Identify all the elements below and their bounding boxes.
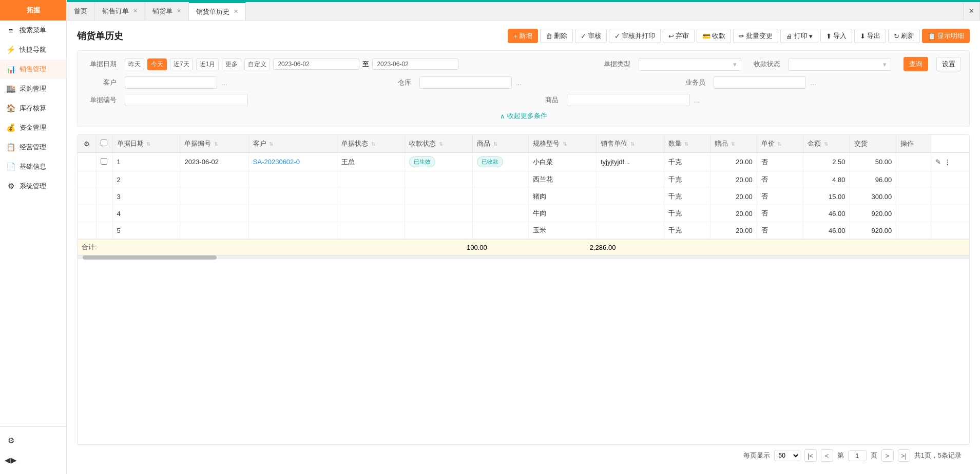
sidebar-item-sales-mgmt[interactable]: 📊 销售管理 xyxy=(0,60,66,79)
collect-status-select[interactable]: ▾ xyxy=(789,58,891,71)
batch-change-button[interactable]: ✏ 批量变更 xyxy=(733,29,778,43)
doc-type-select[interactable]: ▾ xyxy=(639,58,741,71)
tab-window-close[interactable]: ✕ xyxy=(963,2,980,20)
tab-sales-history[interactable]: 销货单历史 ✕ xyxy=(189,2,246,20)
page-first-btn[interactable]: |< xyxy=(804,449,817,462)
date-btn-1month[interactable]: 近1月 xyxy=(196,58,219,70)
doc-no-input[interactable] xyxy=(125,94,248,106)
sidebar-item-basic-info[interactable]: 📄 基础信息 xyxy=(0,157,66,176)
col-checkbox-header xyxy=(96,135,112,153)
more-icon[interactable]: ⋮ xyxy=(944,158,951,166)
cell-spec-type: tyjyjtyjdf... xyxy=(596,153,664,171)
sidebar-item-ops-mgmt[interactable]: 📋 经营管理 xyxy=(0,137,66,157)
col-amount[interactable]: 金额 ⇅ xyxy=(803,135,850,153)
export-button[interactable]: ⬇ 导出 xyxy=(854,29,886,43)
tab-sales-order-close[interactable]: ✕ xyxy=(133,8,138,14)
doc-no-link[interactable]: SA-20230602-0 xyxy=(253,158,300,166)
col-gear[interactable]: ⚙ xyxy=(78,135,96,153)
date-to-input[interactable] xyxy=(372,58,458,70)
date-btn-more[interactable]: 更多 xyxy=(222,58,241,70)
import-button[interactable]: ⬆ 导入 xyxy=(820,29,852,43)
date-btn-7days[interactable]: 近7天 xyxy=(170,58,193,70)
goods-label: 商品 xyxy=(528,95,559,105)
table-row: 2 西兰花 千克 20.00 否 4.80 96.00 xyxy=(78,171,969,188)
page-next-btn[interactable]: > xyxy=(881,449,894,462)
col-goods[interactable]: 商品 ⇅ xyxy=(473,135,529,153)
edit-icon[interactable]: ✎ xyxy=(935,158,941,166)
cell-checkbox xyxy=(96,171,112,188)
sort-sales-unit-icon: ⇅ xyxy=(630,141,635,147)
col-sales-unit[interactable]: 销售单位 ⇅ xyxy=(596,135,664,153)
new-button[interactable]: + 新增 xyxy=(508,29,538,43)
goods-dots[interactable]: ... xyxy=(694,96,700,104)
select-all-checkbox[interactable] xyxy=(101,140,107,146)
col-transaction: 交货 xyxy=(850,135,896,153)
col-doc-no[interactable]: 单据编号 ⇅ xyxy=(180,135,248,153)
goods-input[interactable] xyxy=(567,94,690,106)
scroll-thumb[interactable] xyxy=(83,255,217,260)
cell-goods: 西兰花 xyxy=(528,171,596,188)
customer-input[interactable] xyxy=(125,76,217,89)
cell-qty: 20.00 xyxy=(710,171,757,188)
sort-doc-no-icon: ⇅ xyxy=(214,141,218,147)
settings-btn[interactable]: 设置 xyxy=(936,57,961,71)
tab-sales-goods-close[interactable]: ✕ xyxy=(177,8,181,14)
col-doc-status[interactable]: 单据状态 ⇅ xyxy=(337,135,405,153)
col-action: 操作 xyxy=(896,135,931,153)
salesperson-input[interactable] xyxy=(714,76,806,89)
sales-mgmt-icon: 📊 xyxy=(6,65,15,74)
audit-print-button[interactable]: ✓ 审核并打印 xyxy=(609,29,661,43)
per-page-select[interactable]: 50 100 200 xyxy=(774,450,800,461)
sidebar-item-label: 搜索菜单 xyxy=(20,26,46,35)
salesperson-dots[interactable]: ... xyxy=(810,78,816,87)
cell-doc-status xyxy=(405,222,473,239)
col-collect-status[interactable]: 收款状态 ⇅ xyxy=(405,135,473,153)
print-button[interactable]: 🖨 打印 ▾ xyxy=(780,29,818,43)
page-number-input[interactable] xyxy=(848,450,867,461)
warehouse-input[interactable] xyxy=(419,76,512,89)
sidebar-settings-btn[interactable]: ⚙ xyxy=(0,431,66,450)
cell-customer: 王总 xyxy=(337,153,405,171)
show-details-button[interactable]: 📋 显示明细 xyxy=(922,29,970,43)
scroll-track[interactable] xyxy=(78,255,969,259)
sidebar-item-sys-mgmt[interactable]: ⚙ 系统管理 xyxy=(0,176,66,196)
abandon-button[interactable]: ↩ 弃审 xyxy=(663,29,695,43)
query-button[interactable]: 查询 xyxy=(904,57,928,71)
customer-dots[interactable]: ... xyxy=(221,78,227,87)
collapse-filter-btn[interactable]: ∧ 收起更多条件 xyxy=(86,111,961,121)
col-spec-type[interactable]: 规格型号 ⇅ xyxy=(528,135,596,153)
sidebar-item-label: 销售管理 xyxy=(20,65,46,74)
refresh-button[interactable]: ↻ 刷新 xyxy=(888,29,920,43)
delete-button[interactable]: 🗑 删除 xyxy=(540,29,573,43)
date-btn-yesterday[interactable]: 昨天 xyxy=(125,58,144,70)
col-doc-date[interactable]: 单据日期 ⇅ xyxy=(112,135,180,153)
date-btn-custom[interactable]: 自定义 xyxy=(244,58,270,70)
col-unit-price[interactable]: 单价 ⇅ xyxy=(757,135,803,153)
audit-button[interactable]: ✓ 审核 xyxy=(575,29,607,43)
sidebar-item-search-menu[interactable]: ≡ 搜索菜单 xyxy=(0,21,66,40)
row-checkbox[interactable] xyxy=(101,158,107,165)
date-btn-today[interactable]: 今天 xyxy=(147,58,167,70)
warehouse-dots[interactable]: ... xyxy=(516,78,522,87)
tab-home[interactable]: 首页 xyxy=(67,2,95,20)
page-last-btn[interactable]: >| xyxy=(898,449,910,462)
tab-sales-order[interactable]: 销售订单 ✕ xyxy=(95,2,145,20)
col-customer[interactable]: 客户 ⇅ xyxy=(248,135,337,153)
sidebar-item-purchase-mgmt[interactable]: 🏬 采购管理 xyxy=(0,79,66,98)
cell-transaction xyxy=(896,205,931,222)
customer-control: ... xyxy=(125,76,372,89)
tab-sales-order-label: 销售订单 xyxy=(102,7,129,16)
col-gift[interactable]: 赠品 ⇅ xyxy=(710,135,757,153)
page-prev-btn[interactable]: < xyxy=(821,449,833,462)
sidebar-collapse-btn[interactable]: ◀▶ xyxy=(0,450,66,470)
col-qty[interactable]: 数量 ⇅ xyxy=(664,135,710,153)
tab-sales-history-close[interactable]: ✕ xyxy=(234,8,238,15)
sidebar-item-funds-mgmt[interactable]: 💰 资金管理 xyxy=(0,118,66,137)
collect-button[interactable]: 💳 收款 xyxy=(697,29,731,43)
sidebar-item-inventory-calc[interactable]: 🏠 库存核算 xyxy=(0,98,66,118)
sidebar-item-label: 库存核算 xyxy=(20,104,46,113)
sidebar-item-quick-nav[interactable]: ⚡ 快捷导航 xyxy=(0,40,66,60)
date-from-input[interactable] xyxy=(273,58,359,70)
cell-row-num: 3 xyxy=(112,188,180,205)
tab-sales-goods[interactable]: 销货单 ✕ xyxy=(145,2,189,20)
